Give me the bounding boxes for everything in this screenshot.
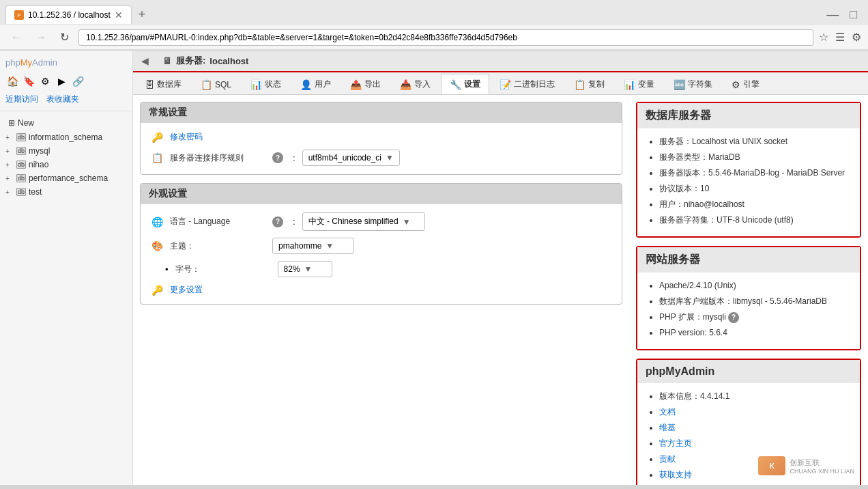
db-server-item: 服务器字符集：UTF-8 Unicode (utf8) <box>659 214 852 226</box>
font-select[interactable]: 82% ▼ <box>278 261 332 277</box>
language-help-icon[interactable]: ? <box>272 216 283 227</box>
navigation-bar: ← → ↻ ☆ ☰ ⚙ <box>0 25 868 50</box>
more-settings-link[interactable]: 更多设置 <box>170 284 203 296</box>
back-button[interactable]: ← <box>7 29 26 46</box>
collation-select[interactable]: utf8mb4_unicode_ci ▼ <box>302 150 400 166</box>
collation-value: utf8mb4_unicode_ci <box>308 153 381 163</box>
watermark-text: 创新互联 CHUANG XIN HU LIAN <box>790 458 854 475</box>
tab-export[interactable]: 📤导出 <box>341 74 390 94</box>
watermark-logo: K <box>758 456 785 475</box>
collation-row: 📋 服务器连接排序规则 ? : utf8mb4_unicode_ci ▼ <box>151 150 611 166</box>
database-item[interactable]: +dbmysql <box>3 144 130 158</box>
export-tab-label: 导出 <box>364 79 381 90</box>
server-label: 服务器: <box>176 55 205 67</box>
theme-select[interactable]: pmahomme ▼ <box>272 238 354 254</box>
tab-settings[interactable]: 🔧设置 <box>441 74 489 94</box>
php-help-icon[interactable]: ? <box>728 312 739 323</box>
db-name: information_schema <box>29 132 102 142</box>
favorites-link[interactable]: 表收藏夹 <box>46 94 79 105</box>
pma-link[interactable]: 文档 <box>659 407 676 417</box>
language-label: 语言 - Language <box>170 216 265 227</box>
pma-link[interactable]: 贡献 <box>659 454 676 464</box>
db-tab-label: 数据库 <box>157 79 182 90</box>
select-arrow-icon: ▼ <box>386 153 394 163</box>
extensions-icon[interactable]: ⚙ <box>852 31 861 44</box>
tab-sql[interactable]: 📋SQL <box>192 74 240 94</box>
tab-charset[interactable]: 🔤字符集 <box>665 74 721 94</box>
new-icon: ⊞ <box>8 118 15 128</box>
tab-close-button[interactable]: ✕ <box>115 10 123 20</box>
menu-icon[interactable]: ☰ <box>835 31 845 44</box>
font-row: • 字号： 82% ▼ <box>151 261 611 277</box>
browser-tab[interactable]: P 10.1.252.36 / localhost ✕ <box>5 5 132 24</box>
db-icon: db <box>16 160 26 169</box>
general-settings-section: 常规设置 🔑 修改密码 📋 服务器连接排序规则 ? : <box>140 102 622 175</box>
tab-status[interactable]: 📊状态 <box>242 74 290 94</box>
pma-item[interactable]: 官方主页 <box>659 437 852 449</box>
language-select[interactable]: 中文 - Chinese simplified ▼ <box>302 212 425 231</box>
font-bullet: • <box>165 264 169 275</box>
address-bar[interactable] <box>78 29 813 46</box>
db-server-item: 协议版本：10 <box>659 182 852 195</box>
favorites-icon[interactable]: 🔖 <box>22 74 35 88</box>
server-name: localhost <box>209 56 248 66</box>
appearance-settings-body: 🌐 语言 - Language ? : 中文 - Chinese simplif… <box>141 204 622 304</box>
theme-value: pmahomme <box>278 241 321 251</box>
tab-users[interactable]: 👤用户 <box>291 74 340 94</box>
theme-select-arrow: ▼ <box>326 241 334 251</box>
maximize-button[interactable]: □ <box>844 5 863 25</box>
database-item[interactable]: +dbperformance_schema <box>3 171 130 185</box>
pma-link[interactable]: 官方主页 <box>659 438 692 448</box>
db-name: mysql <box>29 146 50 156</box>
tab-engines[interactable]: ⚙引擎 <box>723 74 768 94</box>
engines-tab-label: 引擎 <box>743 79 760 90</box>
db-icon: db <box>16 188 26 196</box>
variables-tab-label: 变量 <box>638 79 654 90</box>
home-icon[interactable]: 🏠 <box>5 74 19 88</box>
sidebar-toggle-button[interactable]: ◀ <box>136 53 154 69</box>
console-icon[interactable]: ▶ <box>55 74 68 88</box>
tab-binary_log[interactable]: 📝二进制日志 <box>491 74 564 94</box>
content-left: 常规设置 🔑 修改密码 📋 服务器连接排序规则 ? : <box>133 95 629 485</box>
tab-variables[interactable]: 📊变量 <box>615 74 663 94</box>
change-password-link[interactable]: 修改密码 <box>170 131 203 143</box>
web-server-item: PHP version: 5.6.4 <box>659 326 852 339</box>
language-value: 中文 - Chinese simplified <box>308 216 399 227</box>
recent-link[interactable]: 近期访问 <box>5 94 38 105</box>
font-label: 字号： <box>175 264 271 275</box>
tab-replicate[interactable]: 📋复制 <box>565 74 613 94</box>
tab-import[interactable]: 📥导入 <box>391 74 439 94</box>
new-database-button[interactable]: ⊞ New <box>3 115 130 130</box>
font-value: 82% <box>284 264 300 274</box>
server-title: 🖥 服务器: localhost <box>154 51 257 71</box>
database-item[interactable]: +dbnihao <box>3 158 130 171</box>
settings-tab-icon: 🔧 <box>450 79 461 90</box>
watermark: K 创新互联 CHUANG XIN HU LIAN <box>758 456 854 475</box>
bookmark-icon[interactable]: ☆ <box>819 31 828 44</box>
db-name: nihao <box>29 160 48 169</box>
tab-db[interactable]: 🗄数据库 <box>136 74 190 94</box>
sidebar-links: 近期访问 表收藏夹 <box>0 91 132 111</box>
pma-link[interactable]: 维基 <box>659 423 676 432</box>
nav-icons: ☆ ☰ ⚙ <box>819 31 861 44</box>
users-tab-label: 用户 <box>315 79 331 90</box>
refresh-button[interactable]: ↻ <box>56 29 73 46</box>
forward-button[interactable]: → <box>31 29 50 46</box>
binary_log-tab-icon: 📝 <box>500 79 511 90</box>
link-icon[interactable]: 🔗 <box>71 74 85 88</box>
settings-icon[interactable]: ⚙ <box>38 74 52 88</box>
charset-tab-label: 字符集 <box>688 79 712 90</box>
change-password-row: 🔑 修改密码 <box>151 131 611 143</box>
expand-icon: + <box>5 148 14 155</box>
tab-favicon: P <box>14 10 24 20</box>
new-tab-button[interactable]: + <box>132 4 153 25</box>
db-tab-icon: 🗄 <box>145 79 154 90</box>
collation-help-icon[interactable]: ? <box>272 152 283 163</box>
pma-item[interactable]: 维基 <box>659 421 852 434</box>
database-item[interactable]: +dbtest <box>3 185 130 199</box>
minimize-button[interactable]: — <box>821 5 844 25</box>
pma-link[interactable]: 获取支持 <box>659 470 692 479</box>
database-item[interactable]: +dbinformation_schema <box>3 130 130 144</box>
pma-item[interactable]: 文档 <box>659 406 852 418</box>
watermark-en-text: CHUANG XIN HU LIAN <box>790 468 854 475</box>
